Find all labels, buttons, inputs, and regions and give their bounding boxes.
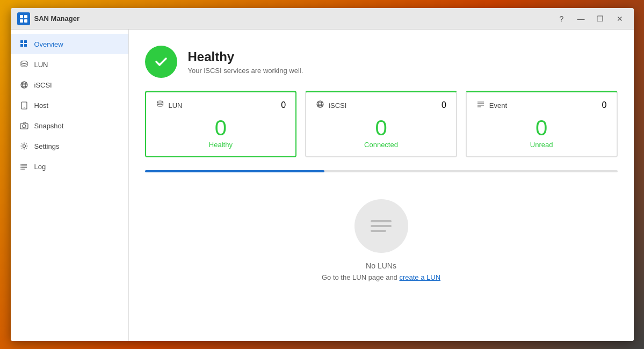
- status-description: Your iSCSI services are working well.: [188, 67, 303, 75]
- lun-card-title-row: LUN: [156, 100, 183, 111]
- status-header: Healthy Your iSCSI services are working …: [145, 46, 618, 78]
- svg-rect-7: [24, 44, 27, 47]
- help-button[interactable]: ?: [554, 13, 569, 25]
- progress-bar: [145, 170, 324, 172]
- status-text: Healthy Your iSCSI services are working …: [188, 49, 303, 75]
- event-card-header: Event 0: [476, 100, 607, 111]
- empty-state: No LUNs Go to the LUN page and create a …: [145, 188, 618, 292]
- sidebar-snapshot-label: Snapshot: [34, 122, 64, 130]
- event-card-title-row: Event: [476, 100, 507, 111]
- svg-rect-4: [20, 40, 23, 43]
- progress-bar-container: [145, 170, 618, 172]
- app-icon: [17, 12, 30, 25]
- event-card-count: 0: [602, 100, 607, 110]
- sidebar-host-label: Host: [34, 101, 49, 110]
- sidebar: Overview LUN: [11, 30, 129, 341]
- app-body: Overview LUN: [11, 30, 634, 341]
- sidebar-lun-label: LUN: [34, 61, 48, 69]
- iscsi-card-status: Connected: [316, 141, 446, 149]
- sidebar-item-host[interactable]: Host: [11, 95, 128, 115]
- lun-card-value: 0: [156, 117, 286, 139]
- lun-card-label: LUN: [169, 101, 183, 110]
- minimize-button[interactable]: —: [574, 13, 589, 25]
- svg-rect-0: [20, 15, 23, 18]
- sidebar-item-settings[interactable]: Settings: [11, 136, 128, 156]
- iscsi-card-label: iSCSI: [329, 101, 346, 110]
- svg-rect-3: [24, 19, 27, 23]
- lun-card-header: LUN 0: [156, 100, 286, 111]
- event-card-status: Unread: [476, 141, 607, 149]
- sidebar-item-overview[interactable]: Overview: [11, 34, 128, 54]
- empty-state-text: No LUNs: [366, 261, 396, 270]
- sidebar-item-iscsi[interactable]: iSCSI: [11, 75, 128, 95]
- iscsi-card-value: 0: [316, 117, 446, 139]
- window-controls: ? — ❐ ✕: [554, 13, 627, 25]
- svg-rect-6: [20, 44, 23, 47]
- restore-button[interactable]: ❐: [593, 13, 608, 25]
- iscsi-card[interactable]: iSCSI 0 0 Connected: [305, 91, 457, 157]
- svg-rect-14: [21, 102, 27, 109]
- sidebar-settings-label: Settings: [34, 142, 60, 150]
- window-title: SAN Manager: [34, 14, 554, 23]
- sidebar-iscsi-label: iSCSI: [34, 81, 52, 89]
- svg-rect-2: [20, 19, 23, 23]
- empty-subtext-before: Go to the LUN page and: [322, 273, 400, 281]
- status-icon: [145, 46, 177, 78]
- lun-card-status: Healthy: [156, 141, 286, 149]
- main-content: Healthy Your iSCSI services are working …: [129, 30, 634, 341]
- svg-point-8: [21, 61, 27, 64]
- event-card-value: 0: [476, 117, 607, 139]
- sidebar-log-label: Log: [34, 163, 46, 171]
- svg-point-27: [157, 101, 163, 103]
- sidebar-item-lun[interactable]: LUN: [11, 54, 128, 75]
- camera-icon: [19, 121, 29, 130]
- gear-icon: [19, 141, 29, 151]
- svg-rect-1: [24, 15, 27, 18]
- svg-point-25: [20, 167, 21, 168]
- sidebar-item-snapshot[interactable]: Snapshot: [11, 115, 128, 136]
- event-card[interactable]: Event 0 0 Unread: [466, 91, 618, 157]
- close-button[interactable]: ✕: [612, 13, 627, 25]
- sidebar-item-log[interactable]: Log: [11, 156, 128, 177]
- list-icon: [19, 162, 29, 171]
- sidebar-overview-label: Overview: [34, 40, 63, 48]
- iscsi-card-count: 0: [442, 100, 446, 110]
- iscsi-card-icon: [316, 100, 324, 111]
- iscsi-card-header: iSCSI 0: [316, 100, 446, 111]
- svg-rect-5: [24, 40, 27, 43]
- svg-point-17: [23, 125, 26, 128]
- svg-point-26: [20, 169, 21, 170]
- svg-point-23: [20, 164, 21, 165]
- titlebar: SAN Manager ? — ❐ ✕: [11, 8, 634, 30]
- device-icon: [19, 100, 29, 110]
- svg-point-24: [20, 165, 21, 166]
- lun-card[interactable]: LUN 0 0 Healthy: [145, 91, 297, 157]
- iscsi-card-title-row: iSCSI: [316, 100, 346, 111]
- empty-icon: [354, 199, 408, 253]
- lun-card-count: 0: [281, 100, 286, 110]
- lun-card-icon: [156, 100, 164, 111]
- database-icon: [19, 60, 29, 69]
- status-title: Healthy: [188, 49, 303, 64]
- cards-row: LUN 0 0 Healthy: [145, 91, 618, 157]
- grid-icon: [19, 39, 29, 49]
- event-card-label: Event: [489, 101, 507, 110]
- svg-point-18: [23, 145, 25, 148]
- app-window: SAN Manager ? — ❐ ✕ Overview: [11, 8, 634, 341]
- create-lun-link[interactable]: create a LUN: [399, 273, 440, 281]
- empty-state-subtext: Go to the LUN page and create a LUN: [322, 273, 440, 281]
- event-card-icon: [476, 100, 485, 111]
- globe-icon: [19, 80, 29, 90]
